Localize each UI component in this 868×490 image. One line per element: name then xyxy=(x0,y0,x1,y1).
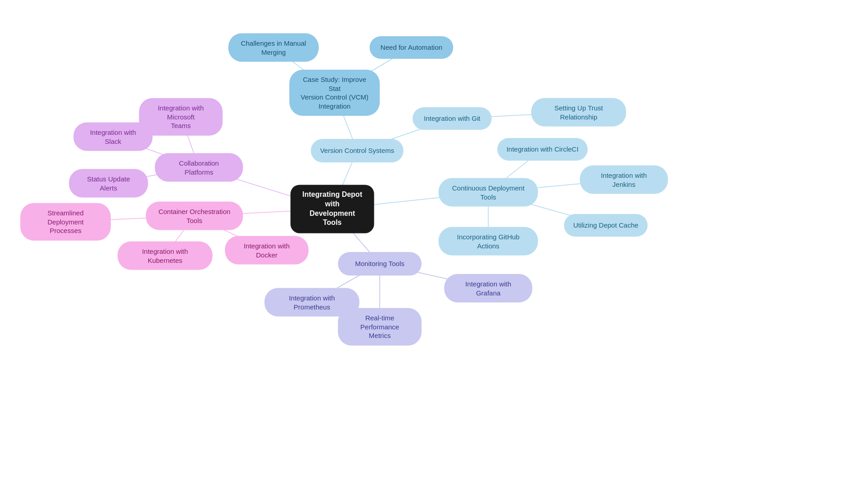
node-integration_docker[interactable]: Integration with Docker xyxy=(225,236,309,265)
node-integration_jenkins[interactable]: Integration with Jenkins xyxy=(580,166,668,194)
node-monitoring_tools[interactable]: Monitoring Tools xyxy=(338,252,422,276)
node-realtime_metrics[interactable]: Real-time Performance Metrics xyxy=(338,308,422,346)
node-incorporating_github[interactable]: Incorporating GitHub Actions xyxy=(439,227,538,256)
node-case_study[interactable]: Case Study: Improve Stat Version Control… xyxy=(289,70,380,116)
node-status_update[interactable]: Status Update Alerts xyxy=(69,169,148,198)
node-continuous_deployment[interactable]: Continuous Deployment Tools xyxy=(439,178,538,207)
node-challenges[interactable]: Challenges in Manual Merging xyxy=(228,33,319,62)
node-integration_msteams[interactable]: Integration with Microsoft Teams xyxy=(139,98,223,136)
node-integration_grafana[interactable]: Integration with Grafana xyxy=(444,274,533,303)
node-version_control[interactable]: Version Control Systems xyxy=(311,139,404,162)
node-container_orchestration[interactable]: Container Orchestration Tools xyxy=(146,202,243,230)
node-center[interactable]: Integrating Depot with Development Tools xyxy=(291,185,374,233)
node-need_automation[interactable]: Need for Automation xyxy=(370,36,453,59)
node-utilizing_depot[interactable]: Utilizing Depot Cache xyxy=(564,214,648,237)
node-collaboration_platforms[interactable]: Collaboration Platforms xyxy=(155,153,243,182)
node-setting_trust[interactable]: Setting Up Trust Relationship xyxy=(531,98,626,127)
node-integration_circleci[interactable]: Integration with CircleCI xyxy=(497,138,588,161)
node-streamlined_deployment[interactable]: Streamlined Deployment Processes xyxy=(20,203,111,241)
node-integration_git[interactable]: Integration with Git xyxy=(413,107,492,130)
node-integration_kubernetes[interactable]: Integration with Kubernetes xyxy=(118,242,212,270)
mindmap-container: Integrating Depot with Development Tools… xyxy=(0,0,868,490)
